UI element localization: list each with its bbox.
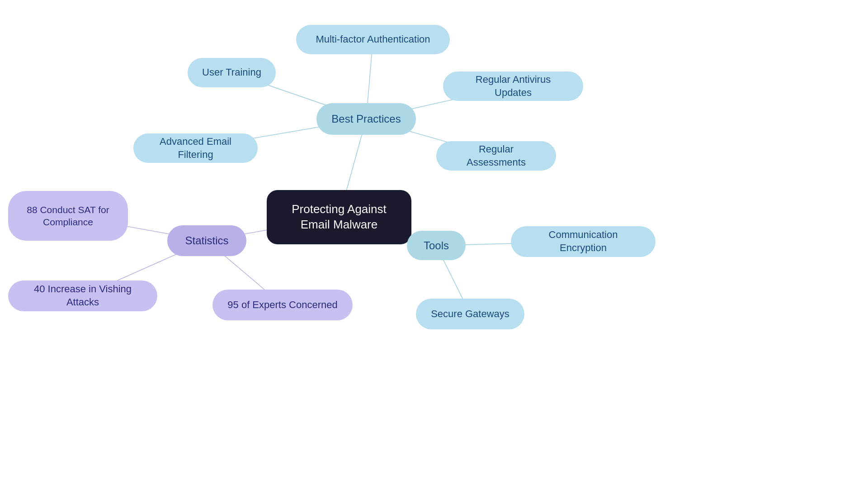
best-practices-label: Best Practices — [331, 112, 401, 126]
mfa-label: Multi-factor Authentication — [316, 33, 430, 46]
user-training-node: User Training — [188, 58, 276, 87]
mfa-node: Multi-factor Authentication — [296, 25, 450, 54]
experts-label: 95 of Experts Concerned — [227, 299, 337, 312]
antivirus-node: Regular Antivirus Updates — [443, 71, 583, 101]
secure-gateways-label: Secure Gateways — [431, 308, 509, 321]
secure-gateways-node: Secure Gateways — [416, 299, 524, 329]
comm-encryption-node: Communication Encryption — [511, 226, 656, 257]
experts-node: 95 of Experts Concerned — [212, 290, 353, 320]
antivirus-label: Regular Antivirus Updates — [457, 73, 570, 99]
vishing-node: 40 Increase in Vishing Attacks — [8, 281, 157, 311]
best-practices-node: Best Practices — [316, 103, 416, 135]
user-training-label: User Training — [202, 66, 261, 79]
statistics-node: Statistics — [167, 225, 246, 256]
tools-label: Tools — [424, 238, 449, 252]
assessments-node: Regular Assessments — [436, 141, 556, 171]
tools-node: Tools — [407, 231, 466, 260]
advanced-email-label: Advanced Email Filtering — [147, 135, 244, 161]
assessments-label: Regular Assessments — [450, 143, 542, 169]
conduct-sat-node: 88 Conduct SAT for Compliance — [8, 191, 128, 241]
center-node: Protecting Against Email Malware — [267, 190, 411, 244]
advanced-email-node: Advanced Email Filtering — [133, 133, 258, 163]
vishing-label: 40 Increase in Vishing Attacks — [22, 283, 144, 309]
center-label: Protecting Against Email Malware — [280, 202, 398, 233]
comm-encryption-label: Communication Encryption — [524, 228, 642, 254]
conduct-sat-label: 88 Conduct SAT for Compliance — [22, 204, 114, 228]
statistics-label: Statistics — [185, 233, 228, 247]
